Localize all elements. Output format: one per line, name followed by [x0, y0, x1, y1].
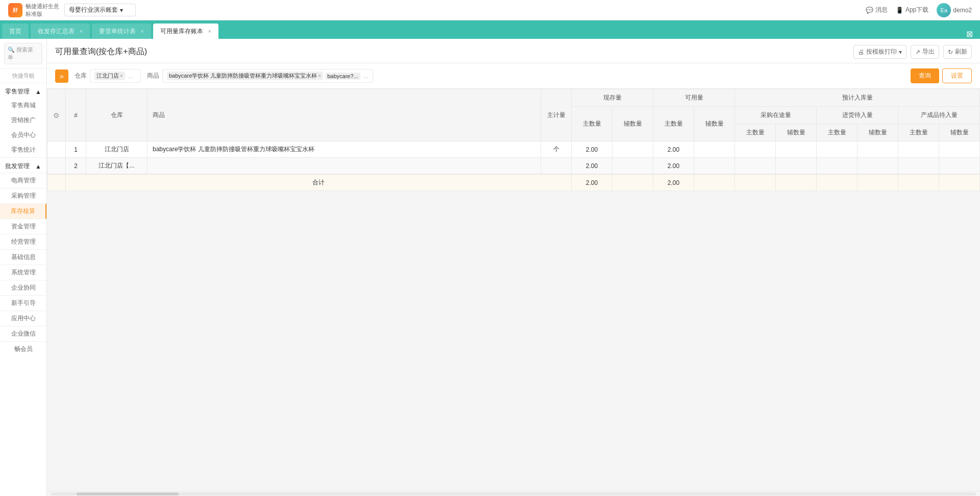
- row-warehouse-cell: 江北门店【...: [86, 158, 148, 175]
- sidebar-item-inventory[interactable]: 库存核算: [0, 204, 46, 219]
- filter-dots-2: ...: [363, 73, 369, 80]
- main-layout: 🔍 搜索菜单 快捷导航 零售管理 ▲ 零售商城 营销推广 会员中心 零售统计 批…: [0, 39, 980, 496]
- sidebar-item-purchase[interactable]: 采购管理: [0, 188, 46, 203]
- sidebar-item-vip[interactable]: 畅会员: [0, 342, 46, 357]
- sidebar-search-area: 🔍 搜索菜单: [0, 39, 46, 69]
- top-bar-left: 好 畅捷通好生意 标准版 母婴行业演示账套 ▾: [8, 3, 136, 17]
- footer-stock-aux-cell: [612, 174, 653, 191]
- message-button[interactable]: 💬 消息: [866, 6, 888, 14]
- logo-icon: 好: [8, 3, 22, 17]
- data-table: ⚙ # 仓库 商品 主计量 现存量 可用量 预计入库量 主数量 辅: [47, 89, 980, 191]
- sidebar-item-retail-stats[interactable]: 零售统计: [0, 143, 46, 157]
- sidebar-item-app-center[interactable]: 应用中心: [0, 311, 46, 326]
- row-arrival-aux-cell: [857, 141, 898, 158]
- query-button[interactable]: 查询: [911, 68, 939, 83]
- tab-available-stock[interactable]: 可用量库存账本 ×: [153, 23, 218, 39]
- tab-close-icon[interactable]: ×: [208, 29, 211, 34]
- footer-row: 合计 2.00 2.00: [47, 174, 980, 191]
- row-warehouse-cell: 江北门店: [86, 141, 148, 158]
- sidebar-item-guide[interactable]: 新手引导: [0, 296, 46, 311]
- tab-close-icon[interactable]: ×: [80, 29, 83, 34]
- sidebar-item-system[interactable]: 系统管理: [0, 265, 46, 280]
- sidebar-section-retail-header[interactable]: 零售管理 ▲: [0, 83, 46, 98]
- row-unit-cell: [541, 158, 572, 175]
- settings-button[interactable]: 设置: [942, 68, 972, 83]
- filter-expand-button[interactable]: »: [55, 69, 68, 83]
- table-wrapper: ⚙ # 仓库 商品 主计量 现存量 可用量 预计入库量 主数量 辅: [47, 89, 980, 191]
- message-icon: 💬: [866, 7, 873, 14]
- filter-bar: » 仓库 江北门店 × ... 商品 babycare学饮杯 儿童防摔防撞吸管杯…: [47, 63, 980, 89]
- warehouse-header: 仓库: [86, 89, 148, 141]
- export-button[interactable]: ↗ 导出: [911, 45, 939, 59]
- tab-close-icon[interactable]: ×: [141, 29, 144, 34]
- row-stock-main-cell: 2.00: [572, 158, 612, 175]
- footer-production-main-cell: [898, 174, 939, 191]
- sidebar-section-wholesale-header[interactable]: 批发管理 ▲: [0, 158, 46, 173]
- refresh-icon: ↻: [948, 49, 953, 56]
- sidebar-section-wechat: 企业微信: [0, 326, 46, 341]
- sidebar-item-wechat[interactable]: 企业微信: [0, 326, 46, 341]
- seq-header: #: [66, 89, 86, 141]
- footer-purchase-main-cell: [735, 174, 776, 191]
- sidebar-item-operations[interactable]: 经营管理: [0, 234, 46, 249]
- table-row: 2 江北门店【... 2.00 2.00: [47, 158, 980, 175]
- remove-product-tag-1-button[interactable]: ×: [318, 73, 321, 79]
- logo-area: 好 畅捷通好生意 标准版: [8, 3, 59, 17]
- print-button[interactable]: 🖨 按模板打印 ▾: [853, 45, 906, 59]
- export-icon: ↗: [915, 49, 920, 56]
- footer-settings-cell: [47, 174, 66, 191]
- sidebar-item-retail-mall[interactable]: 零售商城: [0, 98, 46, 113]
- warehouse-filter-label: 仓库: [75, 72, 87, 80]
- available-main-header: 主数量: [653, 107, 694, 141]
- sidebar-item-collab[interactable]: 企业协同: [0, 280, 46, 295]
- sidebar-item-basic-info[interactable]: 基础信息: [0, 250, 46, 265]
- footer-arrival-aux-cell: [857, 174, 898, 191]
- sidebar: 🔍 搜索菜单 快捷导航 零售管理 ▲ 零售商城 营销推广 会员中心 零售统计 批…: [0, 39, 47, 496]
- table-area: ⚙ # 仓库 商品 主计量 现存量 可用量 预计入库量 主数量 辅: [47, 89, 980, 491]
- table-row: 1 江北门店 babycare学饮杯 儿童防摔防撞吸管杯重力球吸嘴杯宝宝水杯 个…: [47, 141, 980, 158]
- warehouse-filter-group: 仓库 江北门店 × ...: [75, 69, 141, 83]
- top-bar: 好 畅捷通好生意 标准版 母婴行业演示账套 ▾ 💬 消息 📱 App下载 Ea …: [0, 0, 980, 20]
- warehouse-filter-input[interactable]: 江北门店 × ...: [90, 69, 141, 83]
- footer-production-aux-cell: [939, 174, 980, 191]
- refresh-button[interactable]: ↻ 刷新: [943, 45, 972, 59]
- search-menu-button[interactable]: 🔍 搜索菜单: [4, 43, 42, 64]
- row-available-main-cell: 2.00: [653, 141, 694, 158]
- store-selector[interactable]: 母婴行业演示账套 ▾: [64, 4, 136, 16]
- user-menu[interactable]: Ea demo2: [937, 3, 972, 17]
- chevron-down-icon: ▾: [899, 49, 902, 56]
- sidebar-section-guide: 新手引导: [0, 295, 46, 311]
- sidebar-section-vip: 畅会员: [0, 341, 46, 357]
- purchase-aux-header: 辅数量: [776, 124, 817, 141]
- stock-main-header: 主数量: [572, 107, 612, 141]
- product-filter-input[interactable]: babycare学饮杯 儿童防摔防撞吸管杯重力球吸嘴杯宝宝水杯 × babyca…: [162, 69, 373, 83]
- stock-aux-header: 辅数量: [612, 107, 653, 141]
- remove-warehouse-tag-button[interactable]: ×: [120, 73, 123, 79]
- row-arrival-aux-cell: [857, 158, 898, 175]
- tab-order-stats[interactable]: 要货单统计表 ×: [92, 23, 151, 39]
- row-seq-cell: 2: [66, 158, 86, 175]
- settings-column-header[interactable]: ⚙: [47, 89, 66, 141]
- tab-home[interactable]: 首页: [2, 23, 29, 39]
- footer-arrival-main-cell: [817, 174, 857, 191]
- sidebar-item-marketing[interactable]: 营销推广: [0, 113, 46, 128]
- arrival-aux-header: 辅数量: [857, 124, 898, 141]
- row-purchase-main-cell: [735, 141, 776, 158]
- scrollbar-thumb[interactable]: [77, 492, 179, 495]
- sidebar-section-finance: 资金管理: [0, 219, 46, 234]
- sidebar-item-ecommerce[interactable]: 电商管理: [0, 173, 46, 188]
- row-available-main-cell: 2.00: [653, 158, 694, 175]
- scrollbar-track: [51, 492, 976, 495]
- sidebar-item-quick-nav[interactable]: 快捷导航: [0, 69, 46, 83]
- product-header: 商品: [148, 89, 541, 141]
- close-all-tabs-button[interactable]: ⊠: [963, 29, 976, 39]
- sidebar-section-collab: 企业协同: [0, 280, 46, 295]
- tab-summary[interactable]: 收发存汇总表 ×: [31, 23, 90, 39]
- product-tag-1: babycare学饮杯 儿童防摔防撞吸管杯重力球吸嘴杯宝宝水杯 ×: [167, 72, 323, 80]
- row-purchase-aux-cell: [776, 141, 817, 158]
- sidebar-section-wholesale: 批发管理 ▲: [0, 157, 46, 173]
- sidebar-item-member[interactable]: 会员中心: [0, 128, 46, 143]
- app-download-button[interactable]: 📱 App下载: [896, 6, 928, 14]
- sidebar-item-finance[interactable]: 资金管理: [0, 219, 46, 234]
- arrival-main-header: 主数量: [817, 124, 857, 141]
